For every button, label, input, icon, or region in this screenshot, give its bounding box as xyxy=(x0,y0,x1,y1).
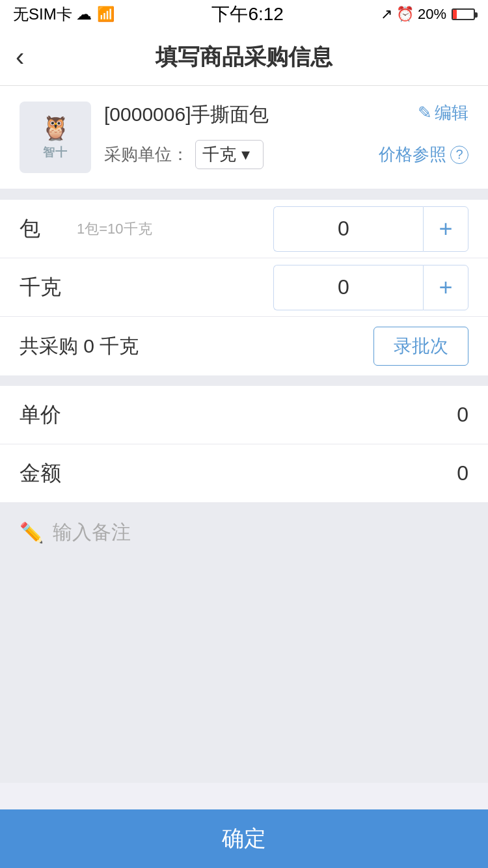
pack-plus-button[interactable]: + xyxy=(423,206,468,252)
unit-select[interactable]: 千克 ▾ xyxy=(195,140,264,169)
product-name: [0000006]手撕面包 xyxy=(104,102,269,128)
pack-sub-label: 1包=10千克 xyxy=(77,219,273,239)
unit-price-label: 单价 xyxy=(20,401,61,429)
sim-label: 无SIM卡 ☁ xyxy=(13,4,92,25)
back-button[interactable]: ‹ xyxy=(16,42,24,72)
page-title: 填写商品采购信息 xyxy=(156,42,332,72)
product-thumbnail: 🦉 智十 xyxy=(20,102,91,173)
price-section: 单价 0 金额 0 xyxy=(0,386,488,503)
confirm-button[interactable]: 确定 xyxy=(0,809,488,868)
section-separator-2 xyxy=(0,375,488,386)
pack-quantity-input[interactable] xyxy=(273,206,423,252)
unit-price-value: 0 xyxy=(457,403,468,427)
bottom-fill-area xyxy=(0,562,488,783)
unit-row: 采购单位： 千克 ▾ xyxy=(104,140,264,169)
unit-value: 千克 xyxy=(202,143,236,166)
amount-label: 金额 xyxy=(20,459,61,488)
status-time: 下午6:12 xyxy=(211,2,284,27)
edit-button[interactable]: ✎ 编辑 xyxy=(418,102,468,124)
pencil-icon: ✏️ xyxy=(20,521,44,544)
dropdown-icon: ▾ xyxy=(241,144,250,165)
unit-label: 采购单位： xyxy=(104,143,189,166)
pack-label: 包 xyxy=(20,215,72,243)
status-bar: 无SIM卡 ☁ 📶 下午6:12 ↗ ⏰ 20% xyxy=(0,0,488,29)
nav-bar: ‹ 填写商品采购信息 xyxy=(0,29,488,86)
price-reference-button[interactable]: 价格参照 ? xyxy=(379,143,468,166)
confirm-label: 确定 xyxy=(222,824,266,854)
location-icon: ↗ xyxy=(381,6,392,23)
pack-controls: + xyxy=(273,206,468,252)
kg-controls: + xyxy=(273,265,468,310)
price-ref-label: 价格参照 xyxy=(379,143,446,166)
amount-row: 金额 0 xyxy=(0,444,488,503)
summary-row: 共采购 0 千克 录批次 xyxy=(0,317,488,375)
notes-section[interactable]: ✏️ 输入备注 xyxy=(0,503,488,562)
status-right: ↗ ⏰ 20% xyxy=(381,6,475,23)
price-ref-help-icon: ? xyxy=(450,146,468,164)
owl-icon: 🦉 xyxy=(41,115,70,142)
kg-quantity-input[interactable] xyxy=(273,265,423,310)
unit-price-row: 单价 0 xyxy=(0,386,488,444)
total-purchase-text: 共采购 0 千克 xyxy=(20,333,139,360)
kg-label: 千克 xyxy=(20,273,72,302)
edit-icon: ✎ xyxy=(418,103,432,123)
input-section: 包 1包=10千克 + 千克 + 共采购 0 千克 录批次 xyxy=(0,200,488,375)
kg-input-row: 千克 + xyxy=(0,258,488,317)
wifi-icon: 📶 xyxy=(97,6,115,23)
amount-value: 0 xyxy=(457,461,468,485)
alarm-icon: ⏰ xyxy=(396,6,414,23)
record-batch-button[interactable]: 录批次 xyxy=(373,327,468,366)
kg-plus-button[interactable]: + xyxy=(423,265,468,310)
product-info: [0000006]手撕面包 ✎ 编辑 采购单位： 千克 ▾ 价格参照 ? xyxy=(104,102,468,169)
product-card: 🦉 智十 [0000006]手撕面包 ✎ 编辑 采购单位： 千克 ▾ 价格参照 … xyxy=(0,86,488,189)
status-left: 无SIM卡 ☁ 📶 xyxy=(13,4,115,25)
notes-placeholder-text: 输入备注 xyxy=(53,519,131,546)
brand-label: 智十 xyxy=(43,144,68,160)
battery-icon xyxy=(452,8,475,20)
battery-percent: 20% xyxy=(418,6,446,23)
edit-label: 编辑 xyxy=(435,102,468,124)
pack-input-row: 包 1包=10千克 + xyxy=(0,200,488,258)
section-separator xyxy=(0,189,488,200)
